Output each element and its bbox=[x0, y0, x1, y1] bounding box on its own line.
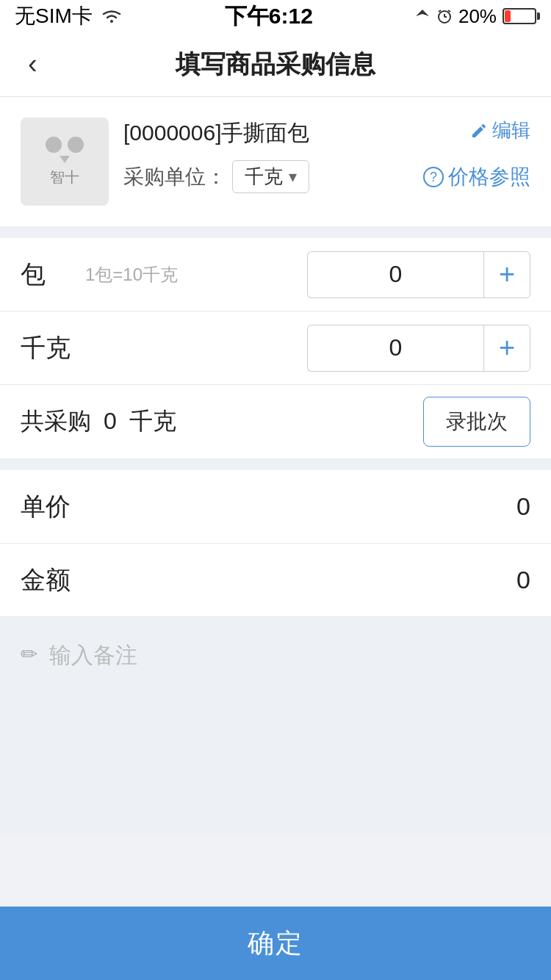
bao-sublabel: 1包=10千克 bbox=[85, 263, 178, 287]
edit-label: 编辑 bbox=[492, 118, 530, 143]
status-bar: 无SIM卡 下午6:12 20% bbox=[0, 0, 551, 32]
status-bar-right: 20% bbox=[414, 5, 536, 28]
owl-label: 智十 bbox=[50, 167, 79, 187]
confirm-button[interactable]: 确定 bbox=[0, 907, 551, 980]
product-meta: 采购单位： 千克 ▾ ? 价格参照 bbox=[123, 160, 530, 193]
section-divider-2 bbox=[0, 458, 551, 470]
product-info: [0000006]手撕面包 采购单位： 千克 ▾ ? 价格参照 bbox=[123, 118, 530, 193]
bao-label: 包 bbox=[21, 258, 79, 292]
svg-line-4 bbox=[448, 10, 450, 12]
unit-price-label: 单价 bbox=[21, 490, 71, 524]
kg-plus-button[interactable]: + bbox=[483, 325, 530, 372]
note-placeholder: 输入备注 bbox=[49, 641, 137, 671]
summary-amount: 0 bbox=[104, 408, 117, 434]
unit-label: 采购单位： bbox=[123, 163, 226, 191]
summary-text: 共采购 0 千克 bbox=[21, 406, 176, 438]
pencil-icon: ✏ bbox=[21, 642, 37, 666]
amount-value: 0 bbox=[516, 566, 530, 594]
unit-chevron-icon: ▾ bbox=[289, 167, 297, 187]
unit-price-row: 单价 0 bbox=[0, 470, 551, 544]
summary-text-label: 共采购 bbox=[21, 408, 91, 434]
amount-row: 金额 0 bbox=[0, 544, 551, 617]
unit-value: 千克 bbox=[245, 164, 283, 190]
alarm-icon bbox=[436, 8, 453, 24]
back-button[interactable]: ‹ bbox=[21, 41, 45, 87]
nav-bar: ‹ 填写商品采购信息 bbox=[0, 32, 551, 97]
carrier-label: 无SIM卡 bbox=[15, 2, 93, 30]
status-bar-left: 无SIM卡 bbox=[15, 2, 123, 30]
status-bar-time: 下午6:12 bbox=[225, 1, 313, 32]
edit-icon bbox=[470, 122, 488, 140]
battery-percent: 20% bbox=[458, 5, 497, 28]
record-batch-button[interactable]: 录批次 bbox=[423, 397, 530, 447]
unit-price-value: 0 bbox=[516, 492, 530, 521]
page-title: 填写商品采购信息 bbox=[176, 48, 375, 82]
kg-input-row: 千克 + bbox=[0, 311, 551, 385]
amount-label: 金额 bbox=[21, 563, 71, 597]
summary-unit: 千克 bbox=[129, 408, 176, 434]
unit-select[interactable]: 千克 ▾ bbox=[232, 160, 309, 193]
bao-input-controls: + bbox=[307, 251, 530, 298]
svg-text:?: ? bbox=[430, 170, 437, 184]
bao-input[interactable] bbox=[307, 251, 483, 298]
help-icon: ? bbox=[423, 167, 444, 187]
kg-input-controls: + bbox=[307, 325, 530, 372]
edit-button[interactable]: 编辑 bbox=[470, 118, 530, 143]
kg-input[interactable] bbox=[307, 325, 483, 372]
note-area[interactable]: ✏ 输入备注 bbox=[0, 617, 551, 837]
product-full-name: [0000006]手撕面包 bbox=[123, 118, 530, 148]
wifi-icon bbox=[100, 8, 123, 24]
bao-plus-button[interactable]: + bbox=[483, 251, 530, 298]
price-ref-label: 价格参照 bbox=[448, 163, 530, 191]
bao-input-row: 包 1包=10千克 + bbox=[0, 238, 551, 311]
svg-line-3 bbox=[439, 10, 441, 12]
section-divider-1 bbox=[0, 226, 551, 238]
product-card: 智十 [0000006]手撕面包 采购单位： 千克 ▾ ? bbox=[0, 97, 551, 226]
battery-icon bbox=[503, 8, 536, 24]
kg-label: 千克 bbox=[21, 331, 79, 365]
price-ref-button[interactable]: ? 价格参照 bbox=[423, 163, 530, 191]
summary-row: 共采购 0 千克 录批次 bbox=[0, 385, 551, 458]
location-icon bbox=[414, 8, 431, 24]
product-image: 智十 bbox=[21, 118, 109, 206]
